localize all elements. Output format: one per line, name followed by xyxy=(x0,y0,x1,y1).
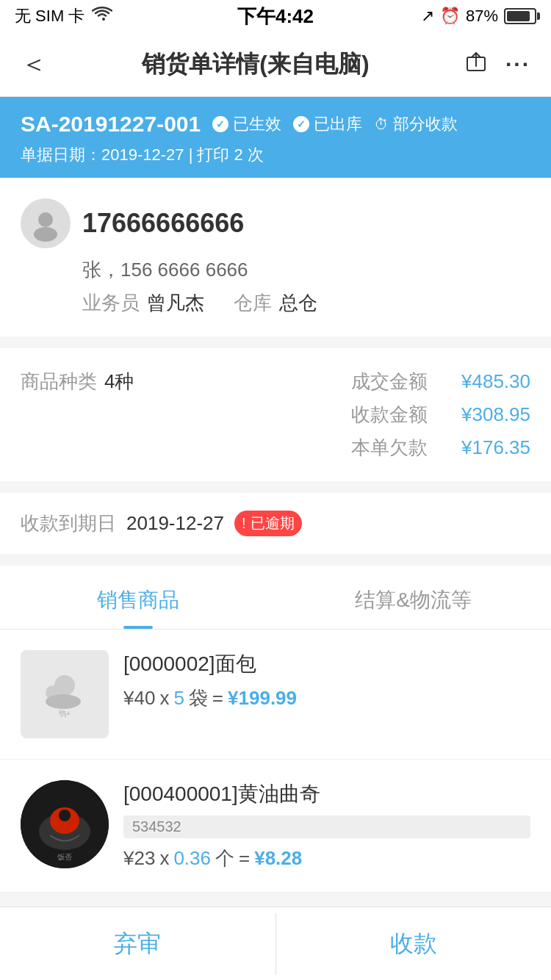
order-id-row: SA-20191227-001 ✓ 已生效 ✓ 已出库 ⏱ 部分收款 xyxy=(21,112,530,137)
svg-point-3 xyxy=(34,227,57,242)
battery-icon xyxy=(504,8,536,24)
carrier-text: 无 SIM 卡 xyxy=(15,5,84,27)
product-thumb-0: 鸮+ xyxy=(21,650,109,738)
overdue-badge: ! 已逾期 xyxy=(234,511,302,536)
status-badge-2: ✓ 已出库 xyxy=(293,113,362,135)
wifi-icon xyxy=(92,6,112,26)
product-item-0: 鸮+ [0000002]面包 ¥40 x 5 袋 = ¥199.99 xyxy=(0,630,551,760)
product-unit-price-1: ¥23 xyxy=(123,847,155,870)
svg-point-2 xyxy=(38,212,53,227)
location-icon: ↗ xyxy=(421,7,434,26)
status-left: 无 SIM 卡 xyxy=(15,5,112,27)
due-section: 收款到期日 2019-12-27 ! 已逾期 xyxy=(0,493,551,554)
product-unit-0: 袋 xyxy=(189,685,208,711)
nav-actions: ··· xyxy=(464,50,530,79)
alarm-icon: ⏰ xyxy=(440,7,460,26)
salesperson-label: 业务员 xyxy=(82,290,140,316)
product-info-0: [0000002]面包 ¥40 x 5 袋 = ¥199.99 xyxy=(123,650,530,711)
status-badge-3: ⏱ 部分收款 xyxy=(374,113,458,135)
nav-bar: ＜ 销货单详情(来自电脑) ··· xyxy=(0,32,551,97)
svg-point-11 xyxy=(59,810,71,821)
tab-sales-products[interactable]: 销售商品 xyxy=(0,566,276,629)
salesperson-value: 曾凡杰 xyxy=(147,290,204,316)
tab-sales-products-label: 销售商品 xyxy=(97,588,179,611)
product-price-row-0: ¥40 x 5 袋 = ¥199.99 xyxy=(123,685,530,711)
salesperson-item: 业务员 曾凡杰 xyxy=(82,290,204,316)
check-icon-2: ✓ xyxy=(293,116,309,132)
product-qty-0: 5 xyxy=(173,687,184,710)
clock-icon: ⏱ xyxy=(374,116,389,133)
deal-amount-item: 成交金额 ¥485.30 xyxy=(351,369,530,394)
tabs-section: 销售商品 结算&物流等 xyxy=(0,566,551,630)
battery-text: 87% xyxy=(466,7,498,26)
battery-fill xyxy=(507,11,530,21)
customer-section: 17666666666 张，156 6666 6666 业务员 曾凡杰 仓库 总… xyxy=(0,178,551,336)
products-section: 鸮+ [0000002]面包 ¥40 x 5 袋 = ¥199.99 xyxy=(0,630,551,893)
svg-point-6 xyxy=(46,694,81,709)
warehouse-value: 总仓 xyxy=(279,290,317,316)
product-total-1: ¥8.28 xyxy=(254,847,302,870)
status-right: ↗ ⏰ 87% xyxy=(421,7,536,26)
status-text-1: 已生效 xyxy=(233,113,281,135)
deal-amount-label: 成交金额 xyxy=(351,369,428,394)
product-price-row-1: ¥23 x 0.36 个 = ¥8.28 xyxy=(123,846,530,871)
collect-payment-button[interactable]: 收款 xyxy=(276,913,552,975)
product-types-label: 商品种类 xyxy=(21,369,97,394)
more-icon[interactable]: ··· xyxy=(505,52,530,77)
collect-amount-value: ¥308.95 xyxy=(442,403,530,426)
product-item-1: 饭否 [000400001]黄油曲奇 534532 ¥23 x 0.36 个 =… xyxy=(0,760,551,893)
stats-section: 商品种类 4种 成交金额 ¥485.30 收款金额 ¥308.95 本单欠款 ¥… xyxy=(0,348,551,481)
product-name-0: [0000002]面包 xyxy=(123,650,530,678)
tab-settlement-logistics-label: 结算&物流等 xyxy=(355,588,472,611)
collect-amount-item: 收款金额 ¥308.95 xyxy=(351,402,530,428)
status-text-3: 部分收款 xyxy=(393,113,458,135)
back-button[interactable]: ＜ xyxy=(21,46,47,82)
owe-amount-label: 本单欠款 xyxy=(351,435,428,461)
status-text-2: 已出库 xyxy=(314,113,362,135)
owe-amount-value: ¥176.35 xyxy=(442,436,530,459)
status-bar: 无 SIM 卡 下午4:42 ↗ ⏰ 87% xyxy=(0,0,551,32)
deal-amount-value: ¥485.30 xyxy=(442,370,530,393)
product-types-item: 商品种类 4种 xyxy=(21,369,134,394)
due-date-value: 2019-12-27 xyxy=(126,512,224,535)
product-info-1: [000400001]黄油曲奇 534532 ¥23 x 0.36 个 = ¥8… xyxy=(123,780,530,871)
share-icon[interactable] xyxy=(464,50,488,79)
owe-amount-item: 本单欠款 ¥176.35 xyxy=(351,435,530,461)
overdue-alert-icon: ! xyxy=(242,515,246,532)
check-icon-1: ✓ xyxy=(212,116,228,132)
product-qty-1: 0.36 xyxy=(173,847,211,870)
warehouse-item: 仓库 总仓 xyxy=(234,290,317,316)
product-thumb-1: 饭否 xyxy=(21,780,109,868)
svg-text:鸮+: 鸮+ xyxy=(59,710,71,718)
order-header: SA-20191227-001 ✓ 已生效 ✓ 已出库 ⏱ 部分收款 单据日期：… xyxy=(0,97,551,178)
product-total-0: ¥199.99 xyxy=(228,687,297,710)
status-badge-1: ✓ 已生效 xyxy=(212,113,281,135)
order-date-row: 单据日期：2019-12-27 | 打印 2 次 xyxy=(21,144,530,166)
product-unit-1: 个 xyxy=(215,846,234,871)
svg-text:饭否: 饭否 xyxy=(57,853,72,861)
product-name-1: [000400001]黄油曲奇 xyxy=(123,780,530,808)
customer-row: 17666666666 xyxy=(21,198,530,248)
collect-amount-label: 收款金额 xyxy=(351,402,428,428)
cancel-review-button[interactable]: 弃审 xyxy=(0,913,276,975)
customer-name-phone: 张，156 6666 6666 xyxy=(21,257,530,283)
due-label: 收款到期日 xyxy=(21,511,116,536)
avatar xyxy=(21,198,71,248)
customer-meta: 业务员 曾凡杰 仓库 总仓 xyxy=(21,290,530,316)
product-types-count: 4种 xyxy=(104,369,134,394)
order-id: SA-20191227-001 xyxy=(21,112,201,137)
product-unit-price-0: ¥40 xyxy=(123,687,155,710)
product-tag-1: 534532 xyxy=(123,815,530,838)
bottom-bar: 弃审 收款 xyxy=(0,907,551,980)
warehouse-label: 仓库 xyxy=(234,290,272,316)
stats-row: 商品种类 4种 成交金额 ¥485.30 收款金额 ¥308.95 本单欠款 ¥… xyxy=(21,369,530,461)
overdue-text: 已逾期 xyxy=(251,514,295,533)
tab-settlement-logistics[interactable]: 结算&物流等 xyxy=(276,566,551,629)
customer-phone: 17666666666 xyxy=(82,208,244,239)
status-time: 下午4:42 xyxy=(237,4,314,29)
amounts-block: 成交金额 ¥485.30 收款金额 ¥308.95 本单欠款 ¥176.35 xyxy=(351,369,530,461)
page-title: 销货单详情(来自电脑) xyxy=(142,48,369,81)
